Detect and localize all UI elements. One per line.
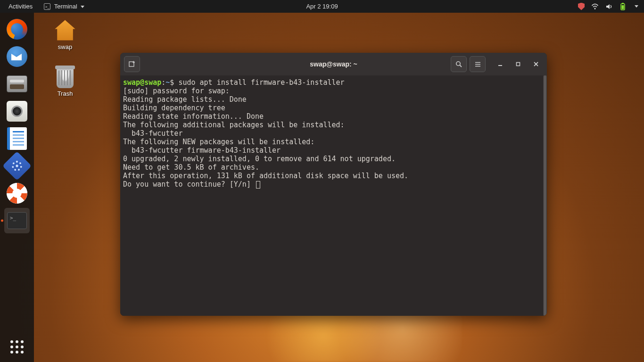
desktop-icon-label: Trash (46, 90, 84, 97)
terminal-icon: >_ (44, 3, 50, 10)
dock-files[interactable] (4, 71, 30, 97)
svg-point-5 (456, 61, 460, 65)
document-icon (7, 127, 27, 150)
security-shield-icon[interactable] (578, 3, 585, 10)
dock-rhythmbox[interactable] (4, 99, 30, 124)
firefox-icon (7, 19, 27, 40)
wifi-icon[interactable] (591, 3, 599, 10)
scrollbar-thumb[interactable] (544, 75, 546, 316)
svg-rect-3 (622, 5, 624, 9)
dock: >_ (0, 13, 34, 362)
terminal-icon: >_ (7, 212, 27, 229)
svg-rect-11 (517, 63, 520, 66)
app-menu-label: Terminal (54, 3, 77, 10)
svg-line-6 (460, 65, 462, 67)
app-menu[interactable]: >_ Terminal (40, 1, 88, 12)
top-bar: Activities >_ Terminal Apr 2 19:09 (0, 0, 644, 13)
svg-rect-2 (622, 3, 624, 4)
volume-icon[interactable] (605, 3, 613, 10)
lifebuoy-icon (7, 183, 27, 204)
close-button[interactable] (529, 57, 543, 71)
show-applications-button[interactable] (10, 340, 24, 354)
dock-firefox[interactable] (4, 16, 30, 42)
gear-icon (2, 151, 32, 181)
home-folder-icon (54, 19, 76, 41)
scrollbar[interactable] (543, 75, 547, 316)
dock-writer[interactable] (4, 126, 30, 151)
desktop-icon-label: swap (46, 43, 84, 50)
titlebar[interactable]: swap@swap: ~ (120, 53, 547, 75)
activities-button[interactable]: Activities (5, 1, 36, 12)
new-tab-button[interactable] (124, 56, 140, 72)
minimize-button[interactable] (493, 57, 507, 71)
chevron-down-icon (81, 6, 84, 8)
dock-terminal[interactable]: >_ (4, 208, 30, 233)
desktop-home-folder[interactable]: swap (46, 19, 84, 50)
clock[interactable]: Apr 2 19:09 (302, 1, 341, 12)
maximize-button[interactable] (511, 57, 525, 71)
speaker-icon (7, 101, 27, 122)
desktop-trash[interactable]: Trash (46, 68, 84, 97)
thunderbird-icon (7, 46, 27, 67)
terminal-output[interactable]: swap@swap:~$ sudo apt install firmware-b… (120, 75, 543, 316)
window-title: swap@swap: ~ (310, 60, 357, 68)
trash-icon (57, 68, 74, 88)
dock-help[interactable] (4, 181, 30, 206)
search-button[interactable] (451, 56, 467, 72)
files-icon (7, 75, 27, 92)
system-menu-chevron-icon[interactable] (635, 5, 638, 8)
hamburger-menu-button[interactable] (470, 56, 486, 72)
dock-settings[interactable] (4, 153, 30, 179)
dock-thunderbird[interactable] (4, 44, 30, 69)
terminal-window: swap@swap: ~ swap@swap:~$ sudo apt ins (120, 53, 547, 316)
svg-point-0 (594, 8, 596, 9)
battery-icon[interactable] (619, 2, 626, 11)
